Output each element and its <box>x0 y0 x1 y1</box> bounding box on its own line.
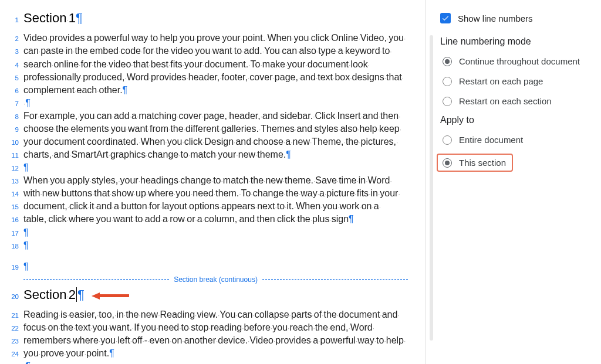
line-number: 21 <box>5 311 19 321</box>
document-line[interactable]: 4search·online·for·the·video·that·best·f… <box>5 58 408 71</box>
document-line[interactable]: 21Reading·is·easier,·too,·in·the·new·Rea… <box>5 308 408 321</box>
document-line[interactable]: 2Video·provides·a·powerful·way·to·help·y… <box>5 32 408 45</box>
document-line[interactable]: 23remembers·where·you·left·off·-·even·on… <box>5 334 408 347</box>
line-text: can·paste·in·the·embed·code·for·the·vide… <box>23 45 408 57</box>
line-text: ·¶ <box>23 97 408 110</box>
line-text: ·¶ <box>23 360 408 364</box>
apply-entire-document[interactable]: Entire document <box>440 134 590 146</box>
line-text: charts,·and·SmartArt·graphics·change·to·… <box>23 148 408 161</box>
apply-this-section[interactable]: This section <box>440 157 508 169</box>
document-line[interactable]: 11charts,·and·SmartArt·graphics·change·t… <box>5 148 408 161</box>
line-numbering-mode-label: Line numbering mode <box>440 36 590 47</box>
line-text: ¶ <box>23 226 408 239</box>
radio-label: This section <box>459 158 506 168</box>
show-line-numbers-checkbox-row[interactable]: Show line numbers <box>440 13 590 23</box>
radio-label: Continue throughout document <box>459 56 580 66</box>
radio-label: Entire document <box>459 135 523 145</box>
show-line-numbers-label: Show line numbers <box>458 13 533 23</box>
document-pane: 1 Section·1¶ 2Video·provides·a·powerful·… <box>0 0 426 364</box>
document-line[interactable]: 15document,·click·it·and·a·button·for·la… <box>5 200 408 213</box>
line-text: focus·on·the·text·you·want.·If·you·need·… <box>23 321 408 334</box>
line-number: 4 <box>5 61 19 70</box>
line-number: 2 <box>5 35 19 44</box>
document-line[interactable]: 24you·prove·your·point.¶ <box>5 347 408 360</box>
line-number: 23 <box>5 337 19 346</box>
line-text: document,·click·it·and·a·button·for·layo… <box>23 200 408 213</box>
section-1-heading[interactable]: 1 Section·1¶ <box>5 9 408 27</box>
line-text: professionally·produced,·Word·provides·h… <box>23 71 408 84</box>
line-text: search·online·for·the·video·that·best·fi… <box>23 58 408 71</box>
line-number: 5 <box>5 74 19 83</box>
line-number: 7 <box>5 100 19 109</box>
line-number: 14 <box>5 190 19 199</box>
document-line[interactable]: 16table,·click·where·you·want·to·add·a·r… <box>5 213 408 226</box>
document-line[interactable]: 10your·document·coordinated.·When·you·cl… <box>5 135 408 148</box>
line-number: 19 <box>5 263 19 273</box>
line-numbers-sidebar: Show line numbers Line numbering mode Co… <box>426 0 601 364</box>
document-line[interactable]: 7·¶ <box>5 97 408 110</box>
line-text: table,·click·where·you·want·to·add·a·row… <box>23 213 408 226</box>
document-line[interactable]: 17¶ <box>5 226 408 239</box>
document-line[interactable]: 19 ¶ <box>5 260 408 273</box>
document-line[interactable]: 5professionally·produced,·Word·provides·… <box>5 71 408 84</box>
line-text: you·prove·your·point.¶ <box>23 347 408 360</box>
document-line[interactable]: 22focus·on·the·text·you·want.·If·you·nee… <box>5 321 408 334</box>
document-line[interactable]: 6complement·each·other.¶ <box>5 84 408 97</box>
document-line[interactable]: 14with·new·buttons·that·show·up·where·yo… <box>5 187 408 200</box>
line-number: 3 <box>5 47 19 57</box>
mode-restart-each-page[interactable]: Restart on each page <box>440 75 590 87</box>
radio-icon[interactable] <box>443 77 452 86</box>
line-text: Reading·is·easier,·too,·in·the·new·Readi… <box>23 308 408 321</box>
line-text: When·you·apply·styles,·your·headings·cha… <box>23 174 408 187</box>
line-text: with·new·buttons·that·show·up·where·you·… <box>23 187 408 200</box>
line-number: 16 <box>5 216 19 225</box>
line-number: 8 <box>5 113 19 122</box>
line-text: your·document·coordinated.·When·you·clic… <box>23 135 408 148</box>
radio-label: Restart on each page <box>459 76 543 86</box>
document-line[interactable]: 8For·example,·you·can·add·a·matching·cov… <box>5 110 408 123</box>
document-line[interactable]: 13When·you·apply·styles,·your·headings·c… <box>5 174 408 187</box>
line-number: 17 <box>5 229 19 239</box>
document-line[interactable]: 3can·paste·in·the·embed·code·for·the·vid… <box>5 45 408 57</box>
document-line[interactable]: 9choose·the·elements·you·want·from·the·d… <box>5 123 408 135</box>
document-line[interactable]: 25·¶ <box>5 360 408 364</box>
line-number: 10 <box>5 138 19 148</box>
radio-checked-icon[interactable] <box>443 57 452 66</box>
mode-continue-throughout-document[interactable]: Continue throughout document <box>440 55 590 67</box>
line-text: ¶ <box>23 239 408 252</box>
line-number: 1 <box>5 16 19 25</box>
red-arrow-annotation <box>92 292 129 300</box>
line-text: remembers·where·you·left·off·-·even·on·a… <box>23 334 408 347</box>
radio-label: Restart on each section <box>459 96 552 106</box>
heading-text: Section·1¶ <box>23 9 408 27</box>
line-text: choose·the·elements·you·want·from·the·di… <box>23 123 408 135</box>
line-number: 20 <box>5 292 19 302</box>
section-2-heading[interactable]: 20 Section·2¶ <box>5 286 408 304</box>
document-line[interactable]: 12¶ <box>5 161 408 174</box>
line-number: 11 <box>5 151 19 161</box>
line-text: Video·provides·a·powerful·way·to·help·yo… <box>23 32 408 45</box>
line-number: 24 <box>5 350 19 359</box>
radio-icon[interactable] <box>443 97 452 106</box>
radio-checked-icon[interactable] <box>443 158 452 168</box>
section-break-indicator: Section break (continuous) <box>23 275 408 284</box>
checkbox-checked-icon[interactable] <box>440 13 451 23</box>
line-number: 15 <box>5 203 19 212</box>
mode-restart-each-section[interactable]: Restart on each section <box>440 95 590 107</box>
heading-text: Section·2¶ <box>23 286 408 304</box>
line-number: 12 <box>5 164 19 174</box>
line-text: For·example,·you·can·add·a·matching·cove… <box>23 110 408 123</box>
line-number: 13 <box>5 177 19 186</box>
line-number: 18 <box>5 242 19 251</box>
section-break-label: Section break (continuous) <box>169 275 262 284</box>
radio-icon[interactable] <box>443 135 452 145</box>
document-line[interactable]: 18¶ <box>5 239 408 252</box>
line-text: ¶ <box>23 161 408 174</box>
line-text: complement·each·other.¶ <box>23 84 408 97</box>
line-text: ¶ <box>23 260 408 273</box>
highlight-annotation: This section <box>437 154 513 172</box>
line-number: 9 <box>5 125 19 135</box>
sidebar-scrollbar[interactable] <box>430 35 433 341</box>
line-number: 22 <box>5 324 19 334</box>
apply-to-label: Apply to <box>440 115 590 125</box>
